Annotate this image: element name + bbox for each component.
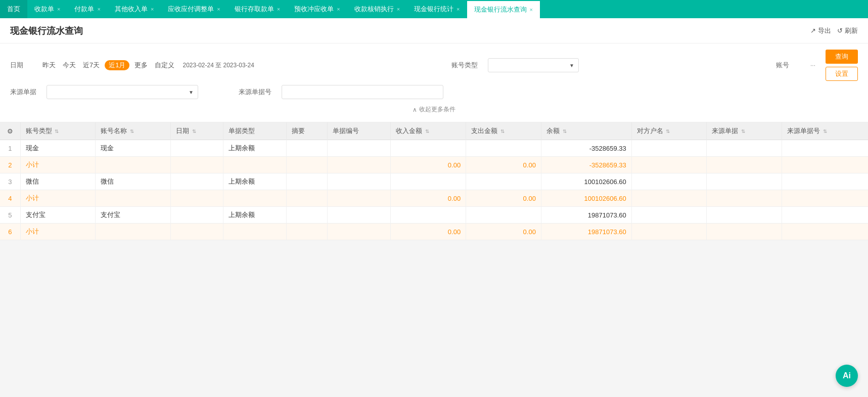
nav-cash-bank-flow-close[interactable]: × — [530, 1, 533, 18]
collapse-button[interactable]: ∧ 收起更多条件 — [10, 103, 858, 116]
cell-3 — [170, 157, 223, 173]
col-income[interactable]: 收入金额 ⇅ — [391, 122, 466, 140]
nav-collection-exec-close[interactable]: × — [397, 0, 400, 18]
table-row[interactable]: 5支付宝支付宝上期余额19871073.60 — [0, 207, 868, 224]
export-button[interactable]: ↗ 导出 — [810, 26, 831, 35]
refresh-button[interactable]: ↺ 刷新 — [837, 26, 858, 35]
cell-9: 19871073.60 — [541, 207, 631, 224]
cell-6 — [328, 140, 391, 157]
nav-receipt[interactable]: 收款单 × — [27, 0, 67, 18]
cell-6 — [328, 190, 391, 207]
col-account-name[interactable]: 账号名称 ⇅ — [96, 122, 171, 140]
col-counter-party[interactable]: 对方户名 ⇅ — [631, 122, 707, 140]
table-row[interactable]: 1现金现金上期余额-3528659.33 — [0, 140, 868, 157]
date-opt-yesterday[interactable]: 昨天 — [40, 60, 58, 70]
nav-cash-bank-stats-label: 现金银行统计 — [414, 0, 453, 18]
col-doc-no[interactable]: 单据编号 — [328, 122, 391, 140]
cell-8: 0.00 — [466, 157, 541, 173]
col-settings[interactable]: ⚙ — [0, 122, 20, 140]
account-label: 账号 — [776, 61, 796, 70]
nav-cash-bank-stats[interactable]: 现金银行统计 × — [407, 0, 467, 18]
nav-cash-bank-flow[interactable]: 现金银行流水查询 × — [467, 0, 540, 18]
nav-payment[interactable]: 付款单 × — [67, 0, 107, 18]
cell-7 — [391, 207, 466, 224]
col-source-doc-no[interactable]: 来源单据号 ⇅ — [782, 122, 868, 140]
col-source-doc[interactable]: 来源单据 ⇅ — [707, 122, 782, 140]
col-expense-label: 支出金额 — [471, 127, 497, 135]
cell-5 — [287, 157, 328, 173]
filter-row-2: 来源单据 ▼ 来源单据号 — [10, 85, 858, 99]
date-opt-7days[interactable]: 近7天 — [81, 60, 102, 70]
nav-payment-close[interactable]: × — [97, 0, 100, 18]
nav-advance-close[interactable]: × — [337, 0, 340, 18]
cell-1: 小计 — [20, 157, 96, 173]
cell-1: 支付宝 — [20, 207, 96, 224]
col-summary[interactable]: 摘要 — [287, 122, 328, 140]
header-actions: ↗ 导出 ↺ 刷新 — [810, 26, 858, 35]
collapse-label: 收起更多条件 — [419, 105, 455, 114]
col-date[interactable]: 日期 ⇅ — [170, 122, 223, 140]
account-more-btn[interactable]: ··· — [810, 62, 815, 69]
nav-home[interactable]: 首页 — [0, 0, 27, 18]
nav-other-income[interactable]: 其他收入单 × — [108, 0, 161, 18]
cell-8 — [466, 140, 541, 157]
date-filter-label: 日期 — [10, 61, 30, 70]
cell-10 — [631, 224, 707, 240]
cell-10 — [631, 207, 707, 224]
table-row[interactable]: 6小计0.000.0019871073.60 — [0, 224, 868, 240]
export-label: 导出 — [818, 26, 831, 35]
cell-11 — [707, 140, 782, 157]
source-doc-chevron: ▼ — [189, 90, 194, 95]
cell-2 — [96, 224, 171, 240]
col-expense[interactable]: 支出金额 ⇅ — [466, 122, 541, 140]
col-doc-type[interactable]: 单据类型 — [223, 122, 287, 140]
cell-2 — [96, 190, 171, 207]
nav-collection-exec[interactable]: 收款核销执行 × — [347, 0, 407, 18]
nav-receipt-close[interactable]: × — [57, 0, 60, 18]
col-account-type[interactable]: 账号类型 ⇅ — [20, 122, 96, 140]
col-summary-label: 摘要 — [292, 127, 305, 135]
nav-advance-label: 预收冲应收单 — [294, 0, 334, 18]
cell-5 — [287, 224, 328, 240]
action-buttons: 查询 设置 — [826, 50, 858, 81]
cell-11 — [707, 224, 782, 240]
source-doc-num-input[interactable] — [282, 85, 443, 99]
nav-ar-ap-adjust[interactable]: 应收应付调整单 × — [161, 0, 227, 18]
cell-1: 现金 — [20, 140, 96, 157]
query-button[interactable]: 查询 — [826, 50, 858, 64]
cell-4 — [223, 157, 287, 173]
cell-7 — [391, 140, 466, 157]
cell-7: 0.00 — [391, 190, 466, 207]
table-row[interactable]: 4小计0.000.00100102606.60 — [0, 190, 868, 207]
nav-bank-deposit-close[interactable]: × — [277, 0, 280, 18]
table-row[interactable]: 2小计0.000.00-3528659.33 — [0, 157, 868, 173]
date-opt-custom[interactable]: 自定义 — [153, 60, 176, 70]
nav-bank-deposit[interactable]: 银行存取款单 × — [227, 0, 287, 18]
settings-button[interactable]: 设置 — [826, 67, 858, 81]
top-nav: 首页 收款单 × 付款单 × 其他收入单 × 应收应付调整单 × 银行存取款单 … — [0, 0, 868, 18]
nav-advance[interactable]: 预收冲应收单 × — [287, 0, 347, 18]
date-opt-today[interactable]: 今天 — [61, 60, 78, 70]
nav-ar-ap-adjust-close[interactable]: × — [217, 0, 220, 18]
nav-other-income-close[interactable]: × — [151, 0, 154, 18]
cell-1: 微信 — [20, 173, 96, 190]
col-balance[interactable]: 余额 ⇅ — [541, 122, 631, 140]
col-doc-type-label: 单据类型 — [229, 127, 255, 135]
cell-12 — [782, 173, 868, 190]
col-counter-party-label: 对方户名 — [637, 127, 663, 135]
cell-2: 支付宝 — [96, 207, 171, 224]
cell-10 — [631, 190, 707, 207]
source-doc-select[interactable]: ▼ — [47, 85, 198, 99]
cell-12 — [782, 157, 868, 173]
source-doc-num-label: 来源单据号 — [239, 87, 271, 97]
table-row[interactable]: 3微信微信上期余额100102606.60 — [0, 173, 868, 190]
cell-8 — [466, 207, 541, 224]
cell-7 — [391, 173, 466, 190]
cell-9: 100102606.60 — [541, 173, 631, 190]
nav-cash-bank-stats-close[interactable]: × — [456, 0, 460, 18]
date-opt-more[interactable]: 更多 — [132, 60, 150, 70]
cell-3 — [170, 224, 223, 240]
account-type-select[interactable]: ▼ — [488, 58, 579, 72]
date-opt-1month[interactable]: 近1月 — [105, 60, 129, 70]
cell-7: 0.00 — [391, 224, 466, 240]
